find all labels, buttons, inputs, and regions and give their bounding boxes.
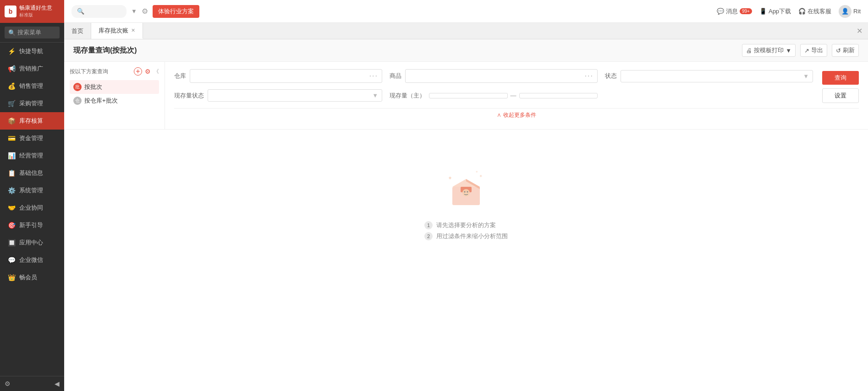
step-num-1: 1: [424, 221, 433, 229]
sidebar-item-label: 资金管理: [19, 134, 43, 142]
sidebar-item-finance[interactable]: 💳 资金管理: [0, 130, 64, 147]
print-dropdown-icon: ▼: [786, 47, 791, 54]
export-btn[interactable]: ↗ 导出: [800, 44, 827, 57]
basic-icon: 📋: [7, 169, 16, 177]
refresh-label: 刷新: [843, 46, 855, 54]
scheme-label: 按以下方案查询: [70, 68, 108, 76]
app-download-btn[interactable]: 📱 App下载: [759, 7, 791, 16]
stock-qty-sep: —: [511, 92, 516, 99]
sidebar-item-purchase[interactable]: 🛒 采购管理: [0, 95, 64, 112]
quick-nav-icon: ⚡: [7, 47, 16, 55]
tabs-bar: 首页 库存批次账 ✕ ✕: [64, 23, 868, 39]
tab-close-icon[interactable]: ✕: [131, 27, 135, 33]
filter-status-group: 状态 ▼: [605, 70, 813, 82]
stock-status-label: 现存量状态: [174, 92, 204, 100]
sidebar-search-area[interactable]: 🔍 搜索菜单: [0, 23, 64, 43]
status-label: 状态: [605, 72, 617, 80]
status-select[interactable]: ▼: [621, 70, 813, 82]
app-center-icon: 🔲: [7, 239, 16, 247]
scheme-warehouse-batch-label: 按仓库+批次: [84, 97, 118, 105]
svg-point-4: [462, 189, 470, 196]
settings-icon[interactable]: ⚙: [5, 380, 11, 387]
sidebar-item-app-center[interactable]: 🔲 应用中心: [0, 234, 64, 251]
sidebar-item-label: 销售管理: [19, 82, 43, 90]
svg-point-5: [464, 191, 466, 193]
scheme-batch-item[interactable]: 批 按批次: [70, 80, 159, 94]
filter-row-2: 现存量状态 ▼ 现存量（主）: [174, 89, 813, 102]
messages-badge: 99+: [740, 8, 752, 14]
avatar: 👤: [839, 5, 852, 18]
message-icon: 💬: [717, 8, 724, 15]
tab-home[interactable]: 首页: [64, 23, 91, 39]
empty-step-1: 1 请先选择要分析的方案: [424, 221, 508, 229]
sidebar-item-basic[interactable]: 📋 基础信息: [0, 164, 64, 182]
refresh-btn[interactable]: ↺ 刷新: [832, 44, 859, 57]
sidebar-item-enterprise[interactable]: 🤝 企业协同: [0, 199, 64, 217]
vip-icon: 👑: [7, 273, 16, 282]
svg-text:✦: ✦: [448, 175, 452, 181]
step-num-2: 2: [424, 232, 433, 240]
close-panel-icon[interactable]: ✕: [851, 27, 868, 35]
scheme-settings-icon[interactable]: ⚙: [145, 68, 151, 75]
stock-qty-to[interactable]: [519, 93, 598, 98]
tab-inventory-batch[interactable]: 库存批次账 ✕: [91, 23, 143, 39]
sidebar-item-vip[interactable]: 👑 畅会员: [0, 269, 64, 286]
collapse-sidebar-icon[interactable]: ◀: [55, 380, 60, 387]
sidebar-menu: ⚡ 快捷导航 📢 营销推广 💰 销售管理 🛒 采购管理 📦 库存核算 💳 资金管…: [0, 43, 64, 376]
sidebar-item-newbie[interactable]: 🎯 新手引导: [0, 217, 64, 234]
user-name: Rit: [853, 8, 861, 15]
sidebar-item-label: 采购管理: [19, 99, 43, 108]
svg-point-6: [467, 191, 468, 193]
empty-state: ✦ ✦ ✦ 1 请先选择要分析的方案 2 用过滤条件来缩小分析范围: [64, 130, 868, 280]
add-scheme-icon[interactable]: +: [134, 67, 142, 76]
stock-qty-label: 现存量（主）: [390, 92, 425, 100]
stock-status-select[interactable]: ▼: [208, 89, 382, 102]
goods-label: 商品: [390, 72, 401, 80]
scheme-collapse-icon[interactable]: 《: [154, 68, 159, 76]
page-content: 现存量查询(按批次) 🖨 按模板打印 ▼ ↗ 导出 ↺ 刷新: [64, 39, 868, 391]
collapse-more-btn[interactable]: ∧ 收起更多条件: [174, 108, 859, 122]
user-profile-btn[interactable]: 👤 Rit: [839, 5, 861, 18]
sidebar-item-marketing[interactable]: 📢 营销推广: [0, 60, 64, 77]
export-icon: ↗: [804, 47, 809, 54]
scheme-warehouse-batch-item[interactable]: 仓 按仓库+批次: [70, 94, 159, 108]
marketing-icon: 📢: [7, 65, 16, 73]
warehouse-input[interactable]: ···: [190, 69, 382, 83]
sidebar-item-operation[interactable]: 📊 经营管理: [0, 147, 64, 164]
topbar-dropdown-icon[interactable]: ▼: [131, 8, 137, 15]
search-label: 搜索菜单: [17, 28, 41, 37]
filter-panel: 按以下方案查询 + ⚙ 《 批 按批次 仓 按仓库+批次: [64, 62, 868, 130]
svg-text:✦: ✦: [479, 174, 483, 179]
query-button[interactable]: 查询: [822, 71, 859, 85]
sidebar-item-inventory[interactable]: 📦 库存核算: [0, 112, 64, 130]
sidebar-item-label: 企业微信: [19, 256, 43, 264]
settings-button[interactable]: 设置: [822, 88, 859, 103]
sidebar-item-sales[interactable]: 💰 销售管理: [0, 77, 64, 95]
sidebar-item-wechat[interactable]: 💬 企业微信: [0, 251, 64, 269]
search-icon: 🔍: [8, 29, 16, 36]
print-label: 按模板打印: [754, 46, 784, 54]
filter-scheme-panel: 按以下方案查询 + ⚙ 《 批 按批次 仓 按仓库+批次: [64, 62, 165, 129]
page-header: 现存量查询(按批次) 🖨 按模板打印 ▼ ↗ 导出 ↺ 刷新: [64, 39, 868, 62]
print-btn[interactable]: 🖨 按模板打印 ▼: [742, 44, 796, 57]
warehouse-dots[interactable]: ···: [369, 72, 378, 80]
empty-illustration: ✦ ✦ ✦: [443, 166, 489, 212]
topbar-left: 🔍 ▼ ⚙ 体验行业方案: [71, 5, 199, 18]
newbie-icon: 🎯: [7, 221, 16, 229]
stock-qty-from[interactable]: [429, 93, 508, 98]
online-service-btn[interactable]: 🎧 在线客服: [798, 7, 831, 16]
app-version: 标准版: [19, 12, 52, 18]
page-title: 现存量查询(按批次): [73, 46, 137, 55]
goods-dots[interactable]: ···: [585, 72, 593, 80]
goods-input[interactable]: ···: [405, 69, 598, 83]
app-logo: b: [5, 5, 16, 17]
experience-btn[interactable]: 体验行业方案: [153, 5, 199, 18]
sidebar-item-quick-nav[interactable]: ⚡ 快捷导航: [0, 43, 64, 60]
filter-fields-panel: 仓库 ··· 商品 ···: [165, 62, 868, 129]
sidebar-search-input[interactable]: 🔍 搜索菜单: [5, 27, 60, 38]
topbar-search-box[interactable]: 🔍: [71, 5, 126, 18]
filter-stock-status-group: 现存量状态 ▼: [174, 89, 382, 102]
messages-btn[interactable]: 💬 消息 99+: [717, 7, 752, 16]
sidebar-item-system[interactable]: ⚙️ 系统管理: [0, 182, 64, 199]
topbar-settings-icon[interactable]: ⚙: [142, 7, 148, 16]
